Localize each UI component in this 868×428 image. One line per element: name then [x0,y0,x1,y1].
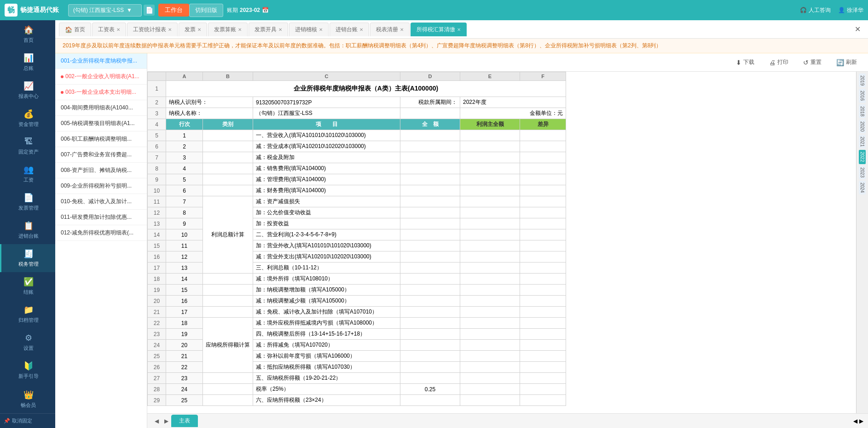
close-all-button[interactable]: ✕ [851,25,864,34]
sheet-tab-main[interactable]: 主表 [171,415,198,427]
member-icon: 👑 [23,390,34,400]
tab-active-close-icon[interactable]: ✕ [457,27,461,32]
scroll-left-icon[interactable]: ◀ [853,418,857,424]
tab-close-icon[interactable]: ✕ [278,27,282,32]
col-h-item: 项 目 [253,119,400,130]
table-row: 28 24 税率（25%） 0.25 [148,384,566,395]
left-panel-item-012[interactable]: 012-减免所得税优惠明细表(... [55,225,147,241]
left-panel-item-011[interactable]: 011-研发费用加计扣除优惠... [55,210,147,225]
home-tab-icon: 🏠 [65,26,72,33]
sidebar-label-home: 首页 [23,37,34,44]
sidebar-item-assets[interactable]: 🏗 固定资产 [0,132,55,160]
tab-home[interactable]: 🏠 首页 [59,23,91,36]
left-panel-item-004[interactable]: 004-期间费用明细表(A1040... [55,100,147,116]
company-selector[interactable]: (勾销) 江西服宝-LSS ▼ [68,4,142,17]
year-tag-2018[interactable]: 2018 [859,104,866,118]
tab-tax-clear-label: 税表清册 [376,26,398,34]
left-panel-item-008[interactable]: 008-资产折旧、摊销及纳税... [55,163,147,178]
year-tag-2024[interactable]: 2024 [859,181,866,194]
col-header-num [148,72,166,81]
download-label: 下载 [743,58,754,66]
print-button[interactable]: 🖨 打印 [765,57,792,68]
row-num-1: 1 [148,81,166,97]
tab-close-icon[interactable]: ✕ [319,27,323,32]
support-link[interactable]: 🎧 人工答询 [800,6,831,14]
sidebar-item-tax[interactable]: 🧾 税务管理 [0,244,55,272]
sidebar-item-sales[interactable]: 📋 进销台账 [0,216,55,244]
sidebar-item-guide[interactable]: 🔰 新手引导 [0,356,55,384]
refresh-button[interactable]: 🔄 刷新 [833,57,861,68]
calendar-icon[interactable]: 📅 [262,7,269,13]
year-tag-2016[interactable]: 2016 [859,89,866,103]
tab-sales-check[interactable]: 进销稽核 ✕ [289,23,329,36]
year-tag-2022[interactable]: 2022 [859,150,866,164]
year-tag-2021[interactable]: 2021 [859,135,866,148]
tab-close-icon[interactable]: ✕ [168,27,172,32]
left-item-label-007: 007-广告费和业务宣传费超... [61,151,132,159]
sidebar-item-salary[interactable]: 👥 工资 [0,160,55,188]
left-item-label-009: 009-企业所得税附补亏损明... [61,182,132,190]
left-panel-item-010[interactable]: 010-免税、减计收入及加计... [55,194,147,210]
year-tag-2023[interactable]: 2023 [859,165,866,179]
col-header-d: D [400,72,460,81]
row-num-4: 4 [148,119,166,130]
left-panel-item-007[interactable]: 007-广告费和业务宣传费超... [55,147,147,163]
row-num-2: 2 [148,97,166,108]
category-taxable: 应纳税所得额计算 [203,318,253,373]
sidebar-item-general-ledger[interactable]: 📊 总账 [0,48,55,76]
tab-sales-ledger[interactable]: 进销台账 ✕ [330,23,369,36]
left-panel-item-009[interactable]: 009-企业所得税附补亏损明... [55,178,147,194]
sidebar-label-fund: 资金管理 [18,121,39,128]
tab-close-icon[interactable]: ✕ [238,27,242,32]
left-panel-item-006[interactable]: 006-职工薪酬纳税调整明细... [55,131,147,147]
currency-value: 金额单位：元 [460,108,566,119]
sidebar-item-settle[interactable]: ✅ 结账 [0,272,55,300]
tab-income-tax[interactable]: 所得税汇算清缴 ✕ [411,23,467,36]
workbench-button[interactable]: 工作台 [158,4,189,17]
user-area[interactable]: 👤 徐泽华 [838,6,863,14]
tab-close-icon[interactable]: ✕ [116,27,120,32]
left-panel-item-002[interactable]: 002-一般企业收入明细表(A1... [55,69,147,85]
tab-close-icon[interactable]: ✕ [197,27,201,32]
left-panel-item-003[interactable]: 003-一般企业成本支出明细... [55,85,147,100]
sidebar-item-fund[interactable]: 💰 资金管理 [0,104,55,132]
left-item-label-010: 010-免税、减计收入及加计... [61,198,132,205]
sidebar-item-report[interactable]: 📈 报表中心 [0,76,55,104]
left-panel-item-005[interactable]: 005-纳税调整项目明细表(A1... [55,116,147,131]
tab-close-icon[interactable]: ✕ [359,27,363,32]
sidebar-item-invoice[interactable]: 📄 发票管理 [0,188,55,216]
dropdown-arrow-icon: ▼ [127,7,132,13]
pin-toggle[interactable]: 📌 取消固定 [0,413,55,428]
tab-invoice-calc-label: 发票算账 [214,26,236,34]
tab-tax-clear[interactable]: 税表清册 ✕ [370,23,410,36]
sidebar-label-guide: 新手引导 [18,373,39,380]
switch-version-button[interactable]: 切到旧版 [189,4,223,17]
salary-icon: 👥 [23,165,34,175]
year-tag-2020[interactable]: 2020 [859,120,866,133]
sheet-nav-prev[interactable]: ◀ [152,418,162,424]
sheet-nav-next[interactable]: ▶ [162,418,171,424]
tab-salary[interactable]: 工资表 ✕ [92,23,126,36]
reset-button[interactable]: ↺ 重置 [799,57,825,68]
table-row: 19 15 加：纳税调整增加额（填写A105000） [148,285,566,296]
sidebar-item-member[interactable]: 👑 畅会员 [0,385,55,413]
error-dot-002 [61,75,64,78]
tab-invoice[interactable]: 发票 ✕ [179,23,207,36]
scroll-right-icon[interactable]: ▶ [859,418,863,424]
tab-salary-stats[interactable]: 工资统计报表 ✕ [127,23,178,36]
left-item-label-005: 005-纳税调整项目明细表(A1... [61,120,135,127]
left-panel-item-001[interactable]: 001-企业所得税年度纳税申报... [55,53,147,69]
download-button[interactable]: ⬇ 下载 [732,57,758,68]
sidebar-item-home[interactable]: 🏠 首页 [0,20,55,48]
tab-invoice-calc[interactable]: 发票算账 ✕ [208,23,248,36]
col-header-e: E [460,72,520,81]
table-row: 9 5 减：管理费用(填写A104000) [148,174,566,185]
doc-icon[interactable]: 📄 [144,5,155,16]
year-tag-2019[interactable]: 2019 [859,74,866,87]
tab-close-icon[interactable]: ✕ [400,27,404,32]
sidebar-item-settings[interactable]: ⚙ 设置 [0,328,55,356]
table-row: 2 纳税人识别号： 91320500703719732P 税款所属期间： 202… [148,97,566,108]
sidebar-item-archive[interactable]: 📁 归档管理 [0,300,55,328]
tab-invoice-open[interactable]: 发票开具 ✕ [249,23,288,36]
reset-label: 重置 [810,58,822,66]
